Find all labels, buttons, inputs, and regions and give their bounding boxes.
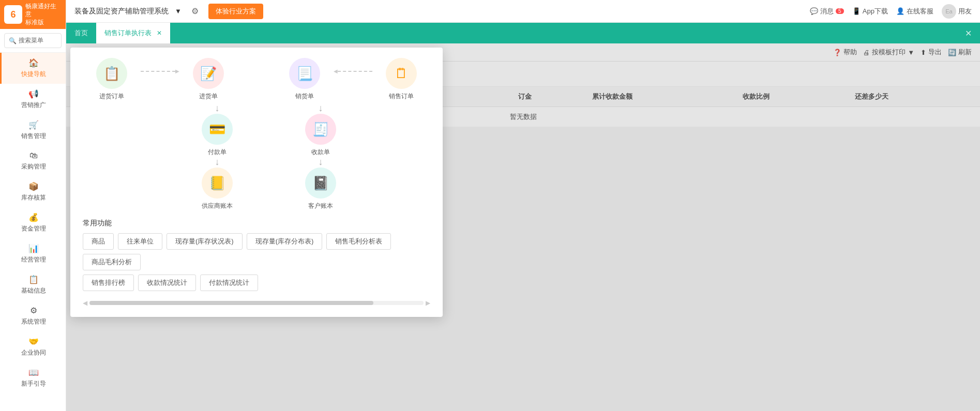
sidebar-item-inventory[interactable]: 📦 库存核算: [0, 176, 66, 207]
search-menu-button[interactable]: 🔍 搜索菜单: [4, 33, 62, 48]
supplier-account-icon: 📒: [202, 168, 233, 199]
sidebar-item-sales[interactable]: 🛒 销售管理: [0, 115, 66, 146]
page-area: ❓ 帮助 🖨 按模板打印 ▼ ⬆ 导出 🔄 刷新: [66, 43, 980, 411]
topbar-left: 装备及固定资产辅助管理系统 ▼ ⚙ 体验行业方案: [74, 4, 263, 19]
modal-overlay: 📋 进货订单 ▶: [66, 43, 980, 411]
flow-row-arrows-down: ↓ ↓: [83, 103, 430, 114]
enterprise-icon: 🤝: [28, 337, 39, 346]
system-title: 装备及固定资产辅助管理系统: [74, 7, 169, 16]
sidebar-item-operations[interactable]: 📊 经营管理: [0, 238, 66, 269]
flow-row-2: 💳 付款单 🧾 收款单: [83, 114, 430, 157]
common-buttons-row-1: 商品 往来单位 现存量(库存状况表) 现存量(库存分布表) 销售毛利分析表 商品…: [83, 233, 430, 270]
flow-node-payment[interactable]: 💳 付款单: [186, 114, 248, 157]
service-icon: 👤: [896, 7, 904, 15]
operations-icon: 📊: [28, 243, 39, 253]
common-btn-receipt-stats[interactable]: 收款情况统计: [138, 275, 196, 291]
user-profile[interactable]: Ea 用友: [942, 4, 972, 19]
purchase-bill-label: 进货单: [199, 92, 218, 101]
marketing-icon: 📢: [28, 89, 39, 99]
arrow-down-payment: ↓: [186, 157, 248, 168]
sidebar-item-system[interactable]: ⚙ 系统管理: [0, 300, 66, 331]
message-button[interactable]: 💬 消息 5: [810, 7, 844, 16]
chevron-down-icon: ▼: [175, 7, 182, 15]
sidebar-item-guide[interactable]: 📖 新手引导: [0, 362, 66, 393]
online-service-button[interactable]: 👤 在线客服: [896, 7, 933, 16]
flow-diagram: 📋 进货订单 ▶: [83, 58, 430, 210]
inventory-icon: 📦: [28, 181, 39, 191]
receipt-label: 收款单: [311, 148, 330, 157]
sales-order-icon: 🗒: [386, 58, 417, 89]
payment-label: 付款单: [208, 148, 227, 157]
common-btn-inventory-status[interactable]: 现存量(库存状况表): [167, 233, 243, 250]
sidebar-logo: 6 畅康通好生意 标准版: [0, 0, 66, 29]
topbar: 装备及固定资产辅助管理系统 ▼ ⚙ 体验行业方案 💬 消息 5 📱 App下载: [66, 0, 980, 23]
sidebar-search-area: 🔍 搜索菜单: [0, 29, 66, 53]
sales-bill-icon: 📃: [289, 58, 320, 89]
scrollbar-thumb[interactable]: [89, 301, 373, 305]
home-icon: 🏠: [28, 58, 39, 68]
tab-bar-close-button[interactable]: ✕: [957, 23, 980, 43]
receipt-icon: 🧾: [305, 114, 336, 145]
trial-button[interactable]: 体验行业方案: [208, 4, 263, 19]
sales-icon: 🛒: [28, 120, 39, 130]
common-btn-inventory-dist[interactable]: 现存量(库存分布表): [247, 233, 323, 250]
flow-row-arrows-down-2: ↓ ↓: [83, 157, 430, 168]
common-btn-partner[interactable]: 往来单位: [118, 233, 162, 250]
purchase-order-icon: 📋: [96, 58, 127, 89]
common-btn-product-margin[interactable]: 商品毛利分析: [83, 254, 141, 270]
arrow-sales-to-bill: ◀: [334, 68, 372, 74]
common-btn-payment-stats[interactable]: 付款情况统计: [200, 275, 258, 291]
scroll-right-icon[interactable]: ▶: [426, 299, 430, 307]
flow-node-sales-order[interactable]: 🗒 销售订单: [372, 58, 430, 101]
basic-info-icon: 📋: [28, 275, 39, 284]
sidebar-item-quick-nav[interactable]: 🏠 快捷导航: [0, 53, 66, 84]
flow-node-supplier-account[interactable]: 📒 供应商账本: [186, 168, 248, 210]
guide-icon: 📖: [28, 368, 39, 377]
logo-text: 畅康通好生意 标准版: [25, 3, 62, 27]
system-dropdown[interactable]: ▼: [175, 7, 182, 15]
app-download-button[interactable]: 📱 App下载: [852, 7, 888, 16]
common-btn-sales-rank[interactable]: 销售排行榜: [83, 275, 134, 291]
purchase-bill-icon: 📝: [193, 58, 224, 89]
customer-account-label: 客户账本: [308, 202, 333, 210]
main-content: 装备及固定资产辅助管理系统 ▼ ⚙ 体验行业方案 💬 消息 5 📱 App下载: [66, 0, 980, 411]
tab-home[interactable]: 首页: [66, 23, 96, 43]
sidebar-item-purchase[interactable]: 🛍 采购管理: [0, 146, 66, 176]
settings-button[interactable]: ⚙: [188, 4, 202, 19]
customer-account-icon: 📓: [305, 168, 336, 199]
flow-row-1: 📋 进货订单 ▶: [83, 58, 430, 103]
payment-icon: 💳: [202, 114, 233, 145]
scroll-left-icon[interactable]: ◀: [83, 299, 87, 307]
purchase-order-label: 进货订单: [99, 92, 124, 101]
logo-icon: 6: [4, 5, 22, 24]
common-btn-sales-margin[interactable]: 销售毛利分析表: [326, 233, 391, 250]
topbar-right: 💬 消息 5 📱 App下载 👤 在线客服 Ea 用友: [810, 4, 972, 19]
flow-node-purchase-order[interactable]: 📋 进货订单: [83, 58, 141, 101]
sidebar-nav: 🏠 快捷导航 📢 营销推广 🛒 销售管理 🛍 采购管理 📦 库存核算 💰: [0, 53, 66, 411]
flow-node-receipt[interactable]: 🧾 收款单: [290, 114, 352, 157]
supplier-account-label: 供应商账本: [202, 202, 233, 210]
flow-node-customer-account[interactable]: 📓 客户账本: [290, 168, 352, 210]
tab-close-icon[interactable]: ✕: [157, 29, 162, 37]
sidebar: 6 畅康通好生意 标准版 🔍 搜索菜单 🏠 快捷导航 📢 营销推广 �: [0, 0, 66, 411]
common-btn-product[interactable]: 商品: [83, 233, 114, 250]
flow-modal: 📋 进货订单 ▶: [70, 48, 443, 317]
message-icon: 💬: [810, 7, 818, 15]
sidebar-item-enterprise[interactable]: 🤝 企业协同: [0, 331, 66, 362]
arrow-down-purchase: ↓: [186, 103, 248, 114]
sidebar-item-finance[interactable]: 💰 资金管理: [0, 207, 66, 238]
search-icon: 🔍: [9, 37, 17, 44]
modal-scrollbar-area: ◀ ▶: [83, 299, 430, 307]
tab-sales-order-exec[interactable]: 销售订单执行表 ✕: [96, 23, 170, 43]
sidebar-item-basic-info[interactable]: 📋 基础信息: [0, 269, 66, 300]
flow-row-3: 📒 供应商账本 📓 客户账本: [83, 168, 430, 210]
download-icon: 📱: [852, 7, 861, 15]
common-functions-section: 常用功能 商品 往来单位 现存量(库存状况表) 现存量(库存分布表) 销售毛利分…: [83, 219, 430, 291]
finance-icon: 💰: [28, 212, 39, 222]
sidebar-item-marketing[interactable]: 📢 营销推广: [0, 84, 66, 115]
arrow-purchase-to-bill: ▶: [141, 68, 179, 74]
flow-node-sales-bill[interactable]: 📃 销货单: [276, 58, 334, 101]
flow-node-purchase-bill[interactable]: 📝 进货单: [179, 58, 237, 101]
arrow-down-receipt: ↓: [290, 157, 352, 168]
common-functions-title: 常用功能: [83, 219, 430, 228]
